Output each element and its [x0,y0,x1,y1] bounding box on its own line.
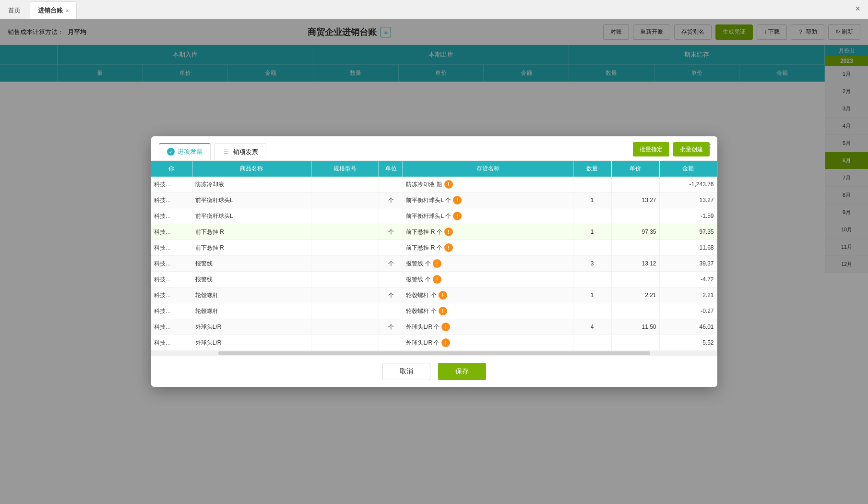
table-cell-2 [311,256,379,272]
th-price: 单价 [611,161,659,177]
modal-close-button[interactable]: × [706,141,712,151]
window-close-button[interactable]: × [855,4,860,14]
table-cell-7: 39.37 [659,256,717,272]
table-row[interactable]: 科技…前下悬挂 R前下悬挂 R 个!-11.68 [151,240,717,256]
table-cell-2 [311,319,379,335]
table-cell-0: 科技… [151,303,192,319]
table-cell-5 [573,272,611,288]
batch-assign-button[interactable]: 批量指定 [633,142,669,156]
table-cell-5: 3 [573,256,611,272]
sale-tab-label: 销项发票 [233,148,258,156]
table-cell-1: 防冻冷却液 [192,177,311,192]
th-inventory-name: 存货名称 [403,161,573,177]
modal-scrollbar-thumb [218,351,650,355]
table-cell-0: 科技… [151,288,192,303]
table-cell-5 [573,335,611,351]
modal-dialog: ✓ 进项发票 ☰ 销项发票 批量指定 批量创建 × [151,136,717,387]
table-cell-3 [379,177,403,192]
table-cell-3 [379,335,403,351]
warning-icon[interactable]: ! [453,196,462,204]
modal-header: ✓ 进项发票 ☰ 销项发票 批量指定 批量创建 × [151,136,717,161]
modal-header-actions: 批量指定 批量创建 [633,142,710,160]
table-cell-5: 1 [573,288,611,303]
warning-icon[interactable]: ! [444,228,453,236]
modal-table-container[interactable]: 你 商品名称 规格型号 单位 存货名称 数量 单价 金额 科技…防冻冷 [151,161,717,351]
table-cell-0: 科技… [151,319,192,335]
table-row[interactable]: 科技…外球头L/R外球头L/R 个!-5.52 [151,335,717,351]
modal-tab-purchase[interactable]: ✓ 进项发票 [159,143,211,160]
table-cell-1: 轮毂螺杆 [192,303,311,319]
table-cell-2 [311,224,379,240]
table-cell-5: 1 [573,192,611,208]
table-cell-7: -11.68 [659,240,717,256]
table-cell-5 [573,240,611,256]
warning-icon[interactable]: ! [441,338,450,347]
tab-ledger[interactable]: 进销台账 × [30,1,77,19]
table-row[interactable]: 科技…报警线报警线 个!-4.72 [151,272,717,288]
table-cell-1: 轮毂螺杆 [192,288,311,303]
batch-create-button[interactable]: 批量创建 [673,142,710,156]
table-cell-2 [311,240,379,256]
table-cell-3 [379,303,403,319]
table-cell-1: 前平衡杆球头L [192,208,311,224]
modal-tab-sale[interactable]: ☰ 销项发票 [214,143,266,160]
purchase-tab-icon: ✓ [167,148,175,156]
warning-icon[interactable]: ! [441,323,450,331]
tab-home[interactable]: 首页 [0,1,29,19]
warning-icon[interactable]: ! [444,180,453,189]
table-cell-5 [573,177,611,192]
warning-icon[interactable]: ! [433,275,441,284]
table-cell-1: 前下悬挂 R [192,224,311,240]
table-cell-5 [573,303,611,319]
cancel-button[interactable]: 取消 [382,363,430,380]
table-cell-0: 科技… [151,177,192,192]
table-cell-1: 外球头L/R [192,319,311,335]
tab-close-icon[interactable]: × [66,8,69,13]
save-button[interactable]: 保存 [438,363,486,380]
th-product-name: 商品名称 [192,161,311,177]
inventory-name-cell: 外球头L/R 个! [403,319,573,335]
table-row[interactable]: 科技…轮毂螺杆轮毂螺杆 个!-0.27 [151,303,717,319]
table-cell-3 [379,208,403,224]
inventory-name-cell: 防冻冷却液 瓶! [403,177,573,192]
table-cell-0: 科技… [151,335,192,351]
warning-icon[interactable]: ! [444,243,453,252]
table-row[interactable]: 科技…前平衡杆球头L前平衡杆球头L 个!-1.59 [151,208,717,224]
th-company: 你 [151,161,192,177]
table-row[interactable]: 科技…防冻冷却液防冻冷却液 瓶!-1,243.76 [151,177,717,192]
modal-footer: 取消 保存 [151,356,717,387]
warning-icon[interactable]: ! [433,259,441,268]
modal-scrollbar[interactable] [151,351,717,356]
table-cell-3: 个 [379,224,403,240]
warning-icon[interactable]: ! [439,307,447,315]
table-row[interactable]: 科技…外球头L/R个外球头L/R 个!411.5046.01 [151,319,717,335]
app-container: 首页 进销台账 × × 销售成本计算方法： 月平均 商贸企业进销台账 ≡ 对账 … [0,0,868,504]
table-cell-2 [311,288,379,303]
table-cell-0: 科技… [151,208,192,224]
table-cell-2 [311,192,379,208]
table-cell-1: 报警线 [192,272,311,288]
table-row[interactable]: 科技…前下悬挂 R个前下悬挂 R 个!197.3597.35 [151,224,717,240]
warning-icon[interactable]: ! [439,291,447,300]
table-row[interactable]: 科技…报警线个报警线 个!313.1239.37 [151,256,717,272]
table-cell-0: 科技… [151,240,192,256]
purchase-tab-label: 进项发票 [178,147,202,156]
warning-icon[interactable]: ! [453,212,462,220]
table-cell-7: -1,243.76 [659,177,717,192]
table-cell-7: -0.27 [659,303,717,319]
table-cell-1: 报警线 [192,256,311,272]
table-row[interactable]: 科技…轮毂螺杆个轮毂螺杆 个!12.212.21 [151,288,717,303]
table-cell-3 [379,240,403,256]
table-cell-6: 2.21 [611,288,659,303]
table-header-row: 你 商品名称 规格型号 单位 存货名称 数量 单价 金额 [151,161,717,177]
tab-home-label: 首页 [8,6,21,15]
table-row[interactable]: 科技…前平衡杆球头L个前平衡杆球头L 个!113.2713.27 [151,192,717,208]
th-unit: 单位 [379,161,403,177]
table-cell-7: 46.01 [659,319,717,335]
table-cell-3: 个 [379,319,403,335]
inventory-name-cell: 前平衡杆球头L 个! [403,208,573,224]
main-content: 销售成本计算方法： 月平均 商贸企业进销台账 ≡ 对账 重新开账 存货别名 生成… [0,19,868,504]
table-cell-7: -4.72 [659,272,717,288]
table-cell-7: -1.59 [659,208,717,224]
table-cell-6 [611,272,659,288]
